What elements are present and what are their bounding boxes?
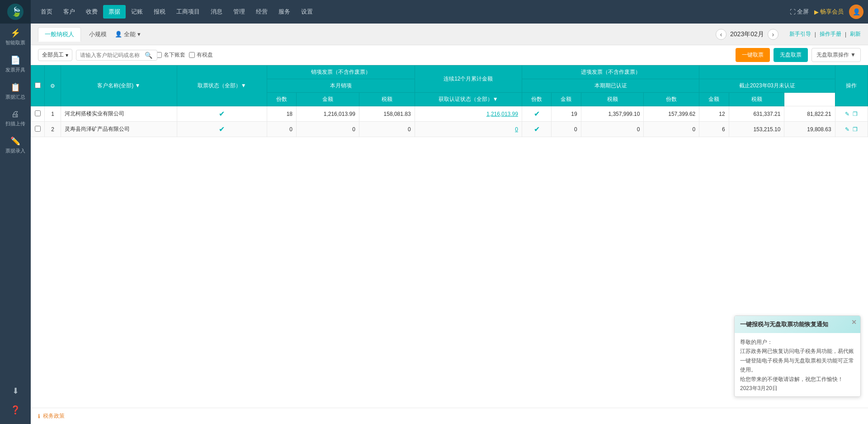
refresh-link[interactable]: 刷新: [850, 30, 861, 38]
row-checkbox[interactable]: [35, 110, 41, 116]
row-uncert-count: 12: [699, 106, 729, 122]
no-disk-fetch-button[interactable]: 无盘取票: [774, 48, 808, 62]
sidebar: 🍃 ⚡ 智能取票 📄 发票开具 📋 票据汇总 🖨 扫描上传 ✏️ 票据录入 ⬇ …: [0, 0, 31, 424]
tab-general[interactable]: 一般纳税人: [38, 27, 81, 42]
nav-business[interactable]: 工商项目: [171, 5, 205, 19]
smart-fetch-icon: ⚡: [10, 28, 20, 38]
row-sales-count: 18: [267, 106, 296, 122]
row-uncert-amount: 153,215.10: [729, 122, 784, 137]
row-copy-icon[interactable]: ❐: [853, 126, 858, 133]
th-purchase-header: 进项发票（不含作废票）: [522, 66, 699, 79]
scan-upload-icon: 🖨: [11, 110, 19, 119]
nav-customer[interactable]: 客户: [58, 5, 80, 19]
nav-invoice[interactable]: 票据: [103, 5, 126, 19]
nav-message[interactable]: 消息: [205, 5, 228, 19]
no-disk-ops-button[interactable]: 无盘取票操作 ▼: [811, 48, 861, 62]
notif-body-line: 2023年3月20日: [740, 384, 855, 393]
table-row: 2 灵寿县尚泽矿产品有限公司 ✔ 0 0 0 0 ✔ 0 0 0 6 153,2…: [31, 122, 868, 137]
row-cert-tax: 0: [644, 122, 699, 137]
notif-body-line: 江苏政务网已恢复访问电子税务局功能，易代账一键登陆电子税务局与无盘取票相关功能可…: [740, 347, 855, 374]
member-btn[interactable]: ▶ 畅享会员: [814, 8, 844, 16]
row-cumulative[interactable]: 0: [415, 122, 522, 137]
status-check-icon: ✔: [219, 125, 225, 133]
th-uncert-amount: 金额: [699, 93, 729, 106]
employee-dropdown-icon: ▾: [66, 52, 68, 58]
row-actions: ✎ ❐: [835, 106, 868, 122]
row-checkbox-cell: [31, 122, 45, 137]
row-sales-tax: 0: [359, 122, 415, 137]
tax-disk-checkbox-label[interactable]: 有税盘: [189, 51, 213, 59]
th-checkbox: [31, 66, 45, 106]
tab-small[interactable]: 小规模: [83, 28, 113, 41]
sidebar-item-scan-upload[interactable]: 🖨 扫描上传: [0, 105, 31, 132]
row-edit-icon[interactable]: ✎: [845, 126, 849, 133]
cert-status-icon: ✔: [534, 125, 540, 133]
row-name[interactable]: 河北柯搭楼实业有限公司: [61, 106, 177, 122]
new-guide-link[interactable]: 新手引导: [789, 30, 811, 38]
tab-all[interactable]: 👤 全能 ▾: [115, 30, 141, 38]
row-sales-tax: 158,081.83: [359, 106, 415, 122]
tax-disk-checkbox[interactable]: [189, 52, 195, 58]
sub-account-checkbox-label[interactable]: 名下账套: [156, 51, 185, 59]
svg-text:🍃: 🍃: [11, 6, 22, 17]
sidebar-download[interactable]: ⬇: [0, 381, 31, 400]
row-uncert-tax: 19,808.63: [784, 122, 835, 137]
table-row: 1 河北柯搭楼实业有限公司 ✔ 18 1,216,013.99 158,081.…: [31, 106, 868, 122]
tax-policy-label[interactable]: 税务政策: [43, 412, 65, 420]
employee-select[interactable]: 全部员工 ▾: [38, 49, 72, 61]
nav-service[interactable]: 服务: [273, 5, 296, 19]
nav-manage[interactable]: 管理: [228, 5, 250, 19]
th-sales-amount: 金额: [297, 93, 359, 106]
topnav: 首页 客户 收费 票据 记账 报税 工商项目 消息 管理 经营 服务 设置 ⛶ …: [31, 0, 868, 24]
invoice-summary-icon: 📋: [10, 82, 20, 92]
chevron-down-icon: ▾: [137, 31, 141, 38]
nav-operation[interactable]: 经营: [250, 5, 273, 19]
help-icon: ❓: [10, 405, 20, 415]
status-check-icon: ✔: [219, 110, 225, 118]
sidebar-item-scan-upload-label: 扫描上传: [5, 120, 25, 127]
row-cumulative[interactable]: 1,216,013.99: [415, 106, 522, 122]
th-cert-amount: 金额: [552, 93, 581, 106]
nav-home[interactable]: 首页: [35, 5, 58, 19]
row-copy-icon[interactable]: ❐: [853, 111, 858, 117]
nav-settings[interactable]: 设置: [296, 5, 318, 19]
sidebar-item-data-entry[interactable]: ✏️ 票据录入: [0, 132, 31, 159]
nav-collect[interactable]: 收费: [80, 5, 103, 19]
next-month-btn[interactable]: ›: [768, 29, 778, 40]
sidebar-item-invoice-summary[interactable]: 📋 票据汇总: [0, 78, 31, 105]
th-sales-tax: 税额: [359, 93, 415, 106]
subtabs-bar: 一般纳税人 小规模 👤 全能 ▾ ‹ 2023年02月 › 新手引导 | 操作手…: [31, 24, 868, 45]
row-checkbox[interactable]: [35, 126, 41, 132]
top-actions: 新手引导 | 操作手册 | 刷新: [789, 30, 861, 38]
notification-popup: 一键报税与无盘取票功能恢复通知 ✕ 尊敬的用户：江苏政务网已恢复访问电子税务局功…: [734, 315, 861, 397]
row-edit-icon[interactable]: ✎: [845, 111, 849, 117]
sidebar-help[interactable]: ❓: [0, 400, 31, 419]
avatar[interactable]: 👤: [849, 5, 863, 19]
row-cert-amount: 0: [581, 122, 644, 137]
th-uncert-tax: 税额: [729, 93, 784, 106]
manual-link[interactable]: 操作手册: [820, 30, 841, 38]
prev-month-btn[interactable]: ‹: [716, 29, 726, 40]
sidebar-item-invoice-summary-label: 票据汇总: [5, 94, 25, 100]
row-name[interactable]: 灵寿县尚泽矿产品有限公司: [61, 122, 177, 137]
one-click-fetch-button[interactable]: 一键取票: [736, 48, 770, 62]
sidebar-item-invoice-open[interactable]: 📄 发票开具: [0, 51, 31, 78]
nav-tax[interactable]: 报税: [148, 5, 171, 19]
row-cert-status: ✔: [522, 122, 551, 137]
data-entry-icon: ✏️: [10, 136, 20, 146]
row-cert-count: 19: [552, 106, 581, 122]
row-uncert-tax: 81,822.21: [784, 106, 835, 122]
cert-status-icon: ✔: [534, 110, 540, 118]
notif-body-line: 给您带来的不便敬请谅解，祝您工作愉快！: [740, 375, 855, 384]
select-all-checkbox[interactable]: [35, 82, 41, 88]
nav-accounting[interactable]: 记账: [126, 5, 148, 19]
fullscreen-btn[interactable]: ⛶ 全屏: [790, 8, 809, 16]
notif-close-button[interactable]: ✕: [851, 319, 857, 326]
sidebar-item-data-entry-label: 票据录入: [5, 148, 25, 154]
toolbar-right: 一键取票 无盘取票 无盘取票操作 ▼: [736, 48, 861, 62]
toolbar: 全部员工 ▾ 🔍 名下账套 有税盘 一键取票 无盘取票 无盘取票操作 ▼: [31, 45, 868, 65]
search-button[interactable]: 🔍: [145, 52, 152, 59]
notif-body: 尊敬的用户：江苏政务网已恢复访问电子税务局功能，易代账一键登陆电子税务局与无盘取…: [735, 333, 860, 396]
sidebar-item-smart-fetch[interactable]: ⚡ 智能取票: [0, 24, 31, 51]
th-cert-period: 本期期已认证: [522, 79, 699, 93]
